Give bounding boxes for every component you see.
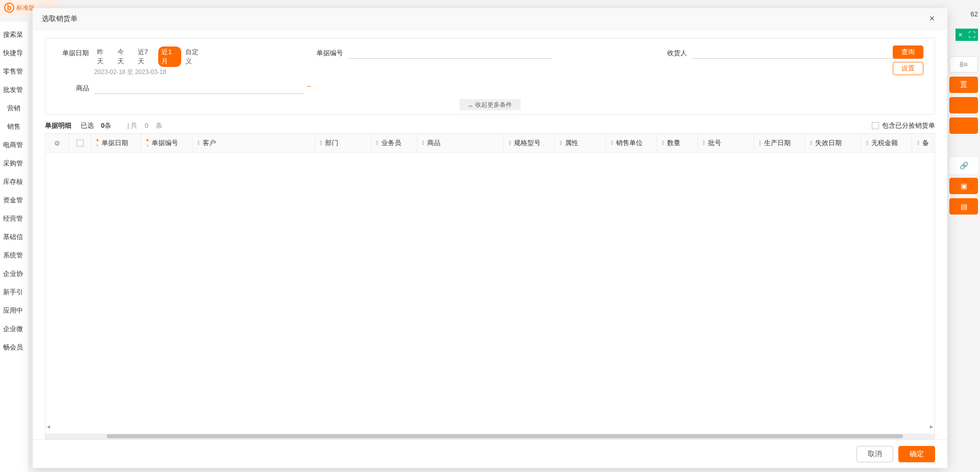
column-label: 生产日期 (764, 139, 791, 148)
date-quick-today[interactable]: 今天 (114, 46, 134, 67)
table-horizontal-scrollbar[interactable] (45, 434, 935, 439)
include-dispatched-checkbox[interactable] (872, 122, 879, 129)
app-logo-icon: b (4, 3, 14, 13)
image-thumb-icon[interactable]: ▤ (949, 198, 978, 215)
bg-sidetools: 8≡ 置 🔗 ▣ ▤ (949, 56, 978, 215)
column-header-batch[interactable]: ▲▼批号 (698, 134, 754, 152)
query-button[interactable]: 查询 (893, 45, 923, 59)
column-header-code[interactable]: ▲▼单据编号 (141, 134, 192, 152)
column-header-spec[interactable]: ▲▼规格型号 (504, 134, 555, 152)
column-header-expire[interactable]: ▲▼失效日期 (805, 134, 861, 152)
sidebar-item[interactable]: 搜索菜 (0, 26, 28, 44)
column-header-sales[interactable]: ▲▼业务员 (371, 134, 417, 152)
selected-counter: 已选0条 (81, 122, 120, 129)
sidebar-item[interactable]: 畅会员 (0, 338, 28, 357)
total-counter: | 共0条 (127, 122, 169, 129)
bg-sidebar: 搜索菜 快捷导 零售管 批发管 营销 销售 电商管 采购管 库存核 资金管 经营… (0, 21, 29, 472)
column-header-product[interactable]: ▲▼商品 (417, 134, 504, 152)
sidebar-subitem[interactable]: 营销 (0, 99, 28, 117)
sidebar-item[interactable]: 快捷导 (0, 44, 28, 62)
product-input[interactable] (94, 82, 304, 94)
bg-tool-a[interactable]: 置 (949, 77, 978, 93)
sidebar-item[interactable]: 应用中 (0, 301, 28, 320)
column-settings-icon[interactable]: ⚙ (45, 134, 69, 152)
sort-icon: ▲▼ (758, 140, 762, 146)
sort-icon: ▲▼ (197, 140, 201, 146)
column-header-dept[interactable]: ▲▼部门 (315, 134, 371, 152)
column-label: 客户 (203, 139, 216, 148)
bg-tool-c[interactable] (949, 117, 978, 134)
column-header-remark[interactable]: ▲▼备 (912, 134, 933, 152)
sidebar-item[interactable]: 零售管 (0, 62, 28, 81)
filter-panel: 单据日期 昨天 今天 近7天 近1月 自定义 2023-02-18 至 2023… (45, 38, 935, 115)
sidebar-item[interactable]: 电商管 (0, 136, 28, 154)
sort-icon: ▲▼ (95, 138, 100, 148)
bg-user-suffix: 62 (971, 10, 978, 18)
date-quick-yesterday[interactable]: 昨天 (94, 46, 113, 67)
detail-tab[interactable]: 单据明细 (45, 122, 71, 129)
date-quick-custom[interactable]: 自定义 (182, 46, 208, 67)
scrollbar-thumb[interactable] (107, 434, 903, 438)
app-logo-text: 标准版 (16, 4, 35, 12)
column-label: 业务员 (381, 139, 401, 148)
select-sales-order-modal: 选取销货单 × 单据日期 昨天 今天 近7天 近1月 自定义 20 (33, 8, 947, 468)
filter-settings-button[interactable]: 设置 (893, 62, 923, 75)
cancel-button[interactable]: 取消 (856, 446, 893, 462)
bg-green-toolbar: × ⛶ (955, 29, 978, 41)
brief-row: 单据明细 已选0条 | 共0条 包含已分捡销货单 (45, 121, 935, 130)
date-quick-7d[interactable]: 近7天 (135, 46, 158, 67)
sort-icon: ▲▼ (916, 140, 920, 146)
sidebar-item[interactable]: 企业协 (0, 265, 28, 283)
column-header-attr[interactable]: ▲▼属性 (555, 134, 606, 152)
chevron-up-icon (468, 101, 473, 109)
bg-right-panel: 62 × ⛶ (947, 0, 980, 46)
modal-close-button[interactable]: × (926, 13, 938, 25)
bg-tool-b[interactable] (949, 97, 978, 113)
select-all-checkbox[interactable] (69, 134, 91, 152)
sidebar-item[interactable]: 资金管 (0, 191, 28, 209)
column-header-date[interactable]: ▲▼单据日期 (91, 134, 141, 152)
expand-icon[interactable]: ⛶ (968, 31, 975, 39)
close-icon[interactable]: × (958, 31, 962, 39)
sidebar-item[interactable]: 经营管 (0, 209, 28, 228)
sort-icon: ▲▼ (145, 138, 150, 148)
sidebar-item[interactable]: 采购管 (0, 154, 28, 173)
product-more-icon[interactable]: ··· (307, 82, 310, 91)
bill-code-input[interactable] (348, 46, 552, 59)
column-label: 批号 (708, 139, 721, 148)
sidebar-item[interactable]: 库存核 (0, 173, 28, 191)
column-header-qty[interactable]: ▲▼数量 (657, 134, 698, 152)
column-label: 商品 (427, 139, 440, 148)
column-label: 单据编号 (152, 139, 178, 148)
sort-icon: ▲▼ (319, 140, 323, 146)
receiver-input[interactable] (692, 46, 917, 59)
column-header-unit[interactable]: ▲▼销售单位 (606, 134, 657, 152)
bg-tool-id[interactable]: 8≡ (949, 56, 978, 73)
attach-icon[interactable]: 🔗 (949, 157, 978, 174)
date-quick-1m[interactable]: 近1月 (158, 46, 181, 67)
column-header-amount[interactable]: ▲▼无税金额 (861, 134, 912, 152)
column-label: 失效日期 (815, 139, 842, 148)
sidebar-item[interactable]: 批发管 (0, 81, 28, 99)
sidebar-item[interactable]: 企业微 (0, 320, 28, 338)
modal-body-scrollbar[interactable] (45, 423, 935, 430)
sidebar-item[interactable]: 基础信 (0, 228, 28, 246)
column-header-customer[interactable]: ▲▼客户 (192, 134, 315, 152)
filter-product: 商品 ··· (71, 82, 310, 94)
filter-label: 商品 (71, 82, 89, 93)
checkbox-icon[interactable] (77, 139, 84, 147)
modal-header: 选取销货单 × (33, 8, 947, 30)
column-header-prod[interactable]: ▲▼生产日期 (754, 134, 805, 152)
sidebar-subitem[interactable]: 销售 (0, 117, 28, 136)
sort-icon: ▲▼ (559, 140, 563, 146)
column-label: 规格型号 (514, 139, 541, 148)
filter-actions: 查询 设置 (893, 45, 923, 75)
include-dispatched-label: 包含已分捡销货单 (882, 121, 935, 130)
sidebar-item[interactable]: 新手引 (0, 283, 28, 301)
collapse-filter-button[interactable]: 收起更多条件 (459, 99, 521, 110)
sidebar-item[interactable]: 系统管 (0, 246, 28, 265)
column-label: 属性 (565, 139, 578, 148)
column-label: 数量 (667, 139, 680, 148)
confirm-button[interactable]: 确定 (898, 446, 935, 462)
image-full-icon[interactable]: ▣ (949, 178, 978, 194)
